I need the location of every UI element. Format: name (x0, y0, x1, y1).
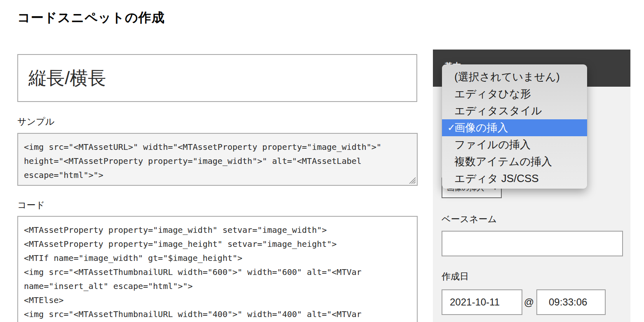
resize-handle-icon[interactable] (408, 176, 416, 184)
type-dropdown-option[interactable]: エディタスタイル (442, 102, 587, 119)
type-dropdown-option[interactable]: ✓ 画像の挿入 (442, 119, 587, 136)
basename-label: ベースネーム (442, 213, 497, 225)
sample-code-line: <img src="<MTAssetURL>" width="<MTAssetP… (24, 140, 411, 154)
type-dropdown-option[interactable]: エディタ JS/CSS (442, 170, 587, 187)
code-label: コード (17, 199, 45, 211)
code-line: <MTElse> (24, 293, 411, 307)
code-line: <MTIf name="image_width" gt="$image_heig… (24, 251, 411, 265)
type-dropdown-option-label: エディタスタイル (454, 104, 542, 118)
sample-code-line: escape="html">"> (24, 168, 411, 182)
created-time-input[interactable] (536, 289, 606, 315)
type-dropdown-option-label: エディタ JS/CSS (454, 171, 539, 186)
snippet-name-input[interactable] (17, 54, 417, 102)
date-time-separator: @ (523, 296, 535, 308)
type-dropdown-option[interactable]: エディタひな形 (442, 85, 587, 102)
check-icon: ✓ (442, 122, 454, 133)
type-dropdown-option-label: エディタひな形 (454, 87, 531, 101)
code-line: <MTAssetProperty property="image_height"… (24, 237, 411, 251)
code-line: <img src="<MTAssetThumbnailURL width="40… (24, 307, 411, 321)
type-dropdown-option-label: 画像の挿入 (454, 121, 508, 135)
type-dropdown-option[interactable]: ファイルの挿入 (442, 136, 587, 153)
basename-input[interactable] (442, 231, 623, 256)
type-dropdown-option-label: 複数アイテムの挿入 (454, 154, 552, 169)
created-date-input[interactable] (442, 289, 522, 315)
type-dropdown-option-label: ファイルの挿入 (454, 137, 531, 152)
type-dropdown-option[interactable]: (選択されていません) (442, 69, 587, 85)
code-line: name="insert_alt" escape="html">"> (24, 279, 411, 293)
page-title: コードスニペットの作成 (17, 9, 165, 26)
created-date-label: 作成日 (442, 270, 469, 283)
sample-textarea[interactable]: <img src="<MTAssetURL>" width="<MTAssetP… (17, 133, 418, 186)
snippet-create-page: コードスニペットの作成 サンプル <img src="<MTAssetURL>"… (0, 0, 644, 322)
code-line: <img src="<MTAssetThumbnailURL width="60… (24, 265, 411, 279)
sample-label: サンプル (17, 116, 54, 128)
type-dropdown-option[interactable]: 複数アイテムの挿入 (442, 153, 587, 170)
code-textarea[interactable]: <MTAssetProperty property="image_width" … (17, 216, 418, 322)
type-dropdown-menu: (選択されていません) エディタひな形 エディタスタイル ✓ 画像の挿入 ファイ… (442, 64, 587, 189)
code-line: <MTAssetProperty property="image_width" … (24, 223, 411, 237)
type-dropdown-option-label: (選択されていません) (454, 70, 560, 84)
sample-code-line: height="<MTAssetProperty property="image… (24, 154, 411, 168)
